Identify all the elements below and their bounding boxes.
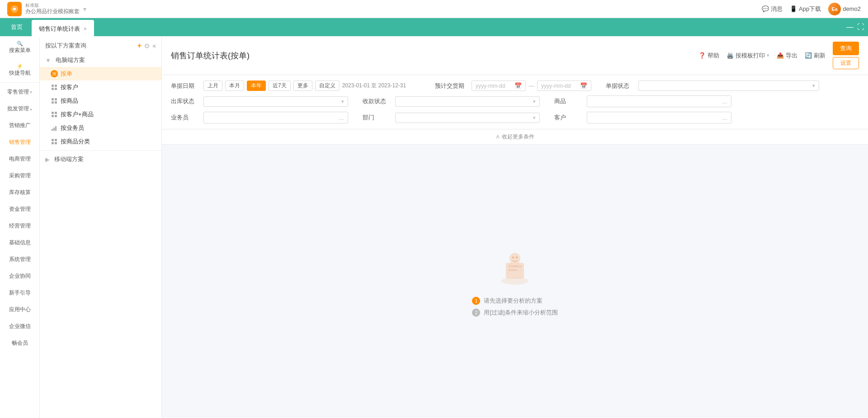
sidebar: 🔍 搜索菜单 ⚡ 快捷导航 零售管理 ▾ 批发管理 ▴ 营销推广 销售管理 电商… [0,36,40,418]
sidebar-item-ecommerce[interactable]: 电商管理 [0,151,39,167]
sidebar-item-purchase[interactable]: 采购管理 [0,167,39,184]
svg-rect-5 [52,98,54,100]
minimize-icon[interactable]: — [846,23,854,31]
product-input[interactable]: ... [587,95,731,107]
svg-rect-3 [52,88,54,90]
custom-btn[interactable]: 自定义 [315,81,340,91]
download-icon: 📱 [790,5,797,12]
out-status-select[interactable]: ▾ [203,96,348,107]
message-btn[interactable]: 💬 消息 [762,5,783,13]
collapse-panel-btn[interactable]: « [152,42,156,49]
sidebar-item-wechat[interactable]: 企业微信 [0,318,39,335]
sidebar-item-appcenter[interactable]: 应用中心 [0,301,39,318]
empty-steps: 1 请先选择要分析的方案 2 用[过滤]条件来缩小分析范围 [472,297,557,320]
last-month-btn[interactable]: 上月 [203,81,222,91]
this-month-btn[interactable]: 本月 [225,81,244,91]
sidebar-item-basic-info[interactable]: 基础信息 [0,234,39,251]
out-status-label: 出库状态 [171,97,196,105]
settings-btn[interactable]: 设置 [833,57,859,69]
step1-num: 1 [472,297,480,305]
tree-item-by-product[interactable]: 按商品 [40,94,161,108]
tab-close-icon[interactable]: × [84,26,87,32]
sidebar-item-marketing[interactable]: 营销推广 [0,117,39,134]
svg-rect-16 [52,139,54,141]
filter-row-1: 单据日期 上月 本月 本年 近7天 更多 自定义 2023-01-01 至 20… [171,81,859,91]
sidebar-item-member[interactable]: 畅会员 [0,335,39,352]
wholesale-arrow-icon: ▴ [30,106,32,111]
left-panel-header: 按以下方案查询 + ⊙ « [40,40,161,53]
tree-section-mobile[interactable]: ▶ 移动端方案 [40,152,161,166]
svg-rect-19 [55,142,57,144]
svg-point-24 [509,253,520,264]
user-profile-btn[interactable]: Ea demo2 [828,3,861,15]
tree-item-by-salesman[interactable]: 按业务员 [40,121,161,135]
tree-item-by-customer[interactable]: 按客户 [40,81,161,94]
maximize-icon[interactable]: ⛶ [857,23,864,31]
tab-sales-order[interactable]: 销售订单统计表 × [32,20,94,38]
tree-item-by-customer-product[interactable]: 按客户+商品 [40,108,161,121]
sidebar-item-system[interactable]: 系统管理 [0,251,39,268]
sidebar-item-retail[interactable]: 零售管理 ▾ [0,84,39,100]
by-product-icon [51,97,58,104]
app-title-dropdown[interactable]: ▾ [83,5,86,13]
date-label: 单据日期 [171,82,196,90]
sidebar-search[interactable]: 🔍 搜索菜单 [0,36,39,59]
export-btn[interactable]: 📤 导出 [777,52,797,60]
sidebar-item-enterprise[interactable]: 企业协同 [0,268,39,285]
sidebar-item-finance[interactable]: 资金管理 [0,201,39,218]
sidebar-item-inventory[interactable]: 库存核算 [0,184,39,201]
delivery-date-label: 预计交货期 [435,82,464,90]
sidebar-item-wholesale[interactable]: 批发管理 ▴ [0,100,39,117]
receive-status-chevron-icon: ▾ [533,99,536,104]
svg-point-26 [516,256,518,258]
last7days-btn[interactable]: 近7天 [269,81,291,91]
salesman-input[interactable]: ... [203,112,348,124]
receive-status-select[interactable]: ▾ [395,96,540,107]
more-btn[interactable]: 更多 [293,81,312,91]
print-btn[interactable]: 🖨️ 按模板打印 ▾ [726,52,769,60]
refresh-btn[interactable]: 🔄 刷新 [805,52,826,60]
product-dots-icon: ... [722,98,727,105]
dept-label: 部门 [363,114,388,122]
left-panel-actions: + ⊙ « [137,42,156,50]
app-download-btn[interactable]: 📱 App下载 [790,5,821,13]
main-panel: 销售订单统计表(按单) ❓ 帮助 🖨️ 按模板打印 ▾ 📤 导出 [162,36,868,418]
query-btns: 查询 设置 [833,42,859,69]
query-btn[interactable]: 查询 [833,42,859,55]
tab-home[interactable]: 首页 [4,18,30,36]
dept-select[interactable]: ▾ [395,113,540,123]
salesman-label: 业务员 [171,114,196,122]
empty-step-1: 1 请先选择要分析的方案 [472,297,557,305]
left-panel: 按以下方案查询 + ⊙ « ▼ 电脑端方案 按 按单 按客户 [40,36,162,418]
svg-point-25 [512,256,514,258]
sidebar-quick-nav[interactable]: ⚡ 快捷导航 [0,59,39,81]
section-expand-icon: ▼ [45,57,51,64]
sidebar-item-operations[interactable]: 经营管理 [0,218,39,234]
svg-rect-7 [52,101,54,104]
sidebar-item-sales[interactable]: 销售管理 [0,134,39,151]
tree-section-pc[interactable]: ▼ 电脑端方案 [40,53,161,67]
help-btn[interactable]: ❓ 帮助 [698,52,719,60]
date-range-text: 2023-01-01 至 2023-12-31 [342,82,406,90]
customer-input[interactable]: ... [587,112,731,124]
mobile-section-expand-icon: ▶ [45,156,50,163]
svg-rect-14 [53,128,55,131]
tree-item-by-category[interactable]: 按商品分类 [40,135,161,148]
page-header-actions: ❓ 帮助 🖨️ 按模板打印 ▾ 📤 导出 🔄 刷新 [698,42,859,69]
status-select[interactable]: ▾ [638,81,819,91]
this-year-btn[interactable]: 本年 [247,81,266,91]
left-panel-title: 按以下方案查询 [45,42,86,50]
print-icon: 🖨️ [726,52,734,59]
sidebar-item-newuser[interactable]: 新手引导 [0,285,39,301]
customer-label: 客户 [554,114,580,122]
setting-scheme-btn[interactable]: ⊙ [144,42,150,49]
tree-item-by-order[interactable]: 按 按单 [40,67,161,81]
svg-rect-11 [52,115,54,117]
add-scheme-btn[interactable]: + [137,42,142,50]
svg-rect-12 [55,115,57,117]
app-logo [7,2,22,16]
collapse-bar[interactable]: ∧ 收起更多条件 [162,129,868,145]
delivery-date-from[interactable]: yyyy-mm-dd 📅 [472,81,526,91]
delivery-date-to[interactable]: yyyy-mm-dd 📅 [537,81,591,91]
top-bar-left: 标准版 办公用品行业模拟账套 ▾ [7,2,86,16]
